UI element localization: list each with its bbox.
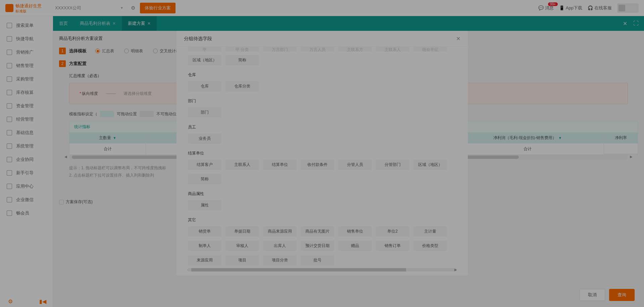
modal-overlay[interactable] xyxy=(0,0,644,307)
